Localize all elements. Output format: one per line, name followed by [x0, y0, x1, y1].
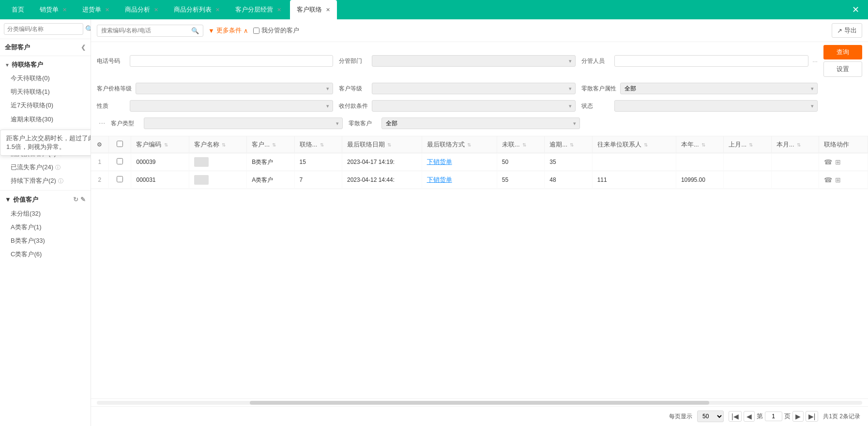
- per-page-select[interactable]: 50 100: [697, 411, 724, 422]
- dept-select[interactable]: [372, 55, 575, 67]
- status-cell: 状态: [581, 100, 818, 112]
- retail-customer-select[interactable]: 全部: [381, 118, 580, 129]
- settings-button[interactable]: 设置: [823, 61, 862, 77]
- filter-row-3: 性质 收付款条件 状态: [97, 97, 862, 115]
- pending-group-title[interactable]: ▼ 待联络客户: [0, 58, 91, 72]
- refresh-icon[interactable]: ↻: [73, 196, 78, 203]
- row-checkbox-2[interactable]: [117, 176, 123, 182]
- edit-icon[interactable]: ✎: [80, 196, 86, 203]
- sort-this-month-icon[interactable]: ⇅: [797, 142, 801, 147]
- last-method-link-1[interactable]: 下销货单: [427, 158, 452, 165]
- close-customer-contact-icon[interactable]: ✕: [326, 0, 330, 19]
- table-col-gear[interactable]: ⚙: [91, 136, 108, 153]
- prev-page-button[interactable]: ◀: [744, 411, 755, 422]
- row-checkbox-1[interactable]: [117, 158, 123, 164]
- scrollbar-thumb[interactable]: [250, 401, 709, 405]
- retail-attr-select[interactable]: 全部: [620, 83, 818, 94]
- phone-input[interactable]: [130, 55, 333, 67]
- last-method-link-2[interactable]: 下销货单: [427, 176, 452, 183]
- horizontal-scrollbar[interactable]: [97, 401, 862, 405]
- sort-type-icon[interactable]: ⇅: [272, 142, 276, 147]
- sort-last-method-icon[interactable]: ⇅: [467, 142, 471, 147]
- sort-uncontact-icon[interactable]: ⇅: [522, 142, 526, 147]
- row-last-method-2[interactable]: 下销货单: [422, 171, 497, 189]
- my-customers-checkbox-wrap[interactable]: 我分管的客户: [253, 26, 299, 35]
- status-label: 状态: [581, 102, 610, 110]
- nav-tab-analysis[interactable]: 商品分析 ✕: [118, 0, 165, 19]
- nav-tab-home[interactable]: 首页: [5, 0, 31, 19]
- action-more-icon-2[interactable]: ⊞: [835, 176, 841, 184]
- sidebar-item-already-lost[interactable]: 已流失客户(24) ⓘ: [0, 161, 91, 174]
- status-select[interactable]: [614, 100, 818, 112]
- close-analysis-list-icon[interactable]: ✕: [215, 0, 220, 19]
- sort-last-date-icon[interactable]: ⇅: [387, 142, 391, 147]
- sort-overdue-icon[interactable]: ⇅: [570, 142, 574, 147]
- sort-contact-icon[interactable]: ⇅: [320, 142, 324, 147]
- action-phone-icon-1[interactable]: ☎: [824, 158, 832, 166]
- sidebar-search-input[interactable]: [4, 23, 83, 35]
- page-input[interactable]: [765, 411, 782, 421]
- sidebar-collapse-icon[interactable]: ❮: [81, 44, 86, 51]
- sidebar-item-7days[interactable]: 近7天待联络(0): [0, 99, 91, 112]
- next-page-button[interactable]: ▶: [792, 411, 804, 422]
- more-conditions-button[interactable]: ▼ 更多条件 ∧: [208, 26, 248, 35]
- sidebar-item-today[interactable]: 今天待联络(0): [0, 72, 91, 85]
- sort-name-icon[interactable]: ⇅: [222, 142, 226, 147]
- nav-tab-customer-contact[interactable]: 客户联络 ✕: [290, 0, 337, 19]
- export-button[interactable]: ↗ 导出: [832, 23, 862, 38]
- all-customers-section: 全部客户 ❮: [0, 39, 91, 56]
- customer-avatar-2: [194, 175, 209, 185]
- last-page-button[interactable]: ▶|: [806, 411, 819, 422]
- nav-tab-sales[interactable]: 销货单 ✕: [33, 0, 74, 19]
- table-col-name: 客户名称 ⇅: [189, 136, 246, 153]
- row-last-method-1[interactable]: 下销货单: [422, 153, 497, 171]
- gender-select[interactable]: [130, 100, 333, 112]
- query-button[interactable]: 查询: [823, 45, 862, 59]
- search-input[interactable]: [101, 27, 188, 34]
- sidebar-item-a-type[interactable]: A类客户(1): [0, 220, 91, 234]
- sort-contacts-icon[interactable]: ⇅: [644, 142, 648, 147]
- person-input[interactable]: [614, 55, 808, 67]
- close-analysis-icon[interactable]: ✕: [154, 0, 158, 19]
- person-more-icon[interactable]: ···: [812, 58, 818, 65]
- close-customer-tier-icon[interactable]: ✕: [277, 0, 281, 19]
- payment-select[interactable]: [372, 100, 575, 112]
- close-sales-icon[interactable]: ✕: [62, 0, 67, 19]
- person-cell: 分管人员 ···: [581, 55, 818, 67]
- sidebar-item-declining[interactable]: 持续下滑客户(2) ⓘ: [0, 174, 91, 188]
- nav-tab-analysis-list[interactable]: 商品分析列表 ✕: [167, 0, 227, 19]
- sidebar-item-ungrouped[interactable]: 未分组(32): [0, 207, 91, 220]
- sidebar-item-c-type[interactable]: C类客户(6): [0, 248, 91, 261]
- customer-type-select[interactable]: [144, 118, 343, 129]
- sort-last-month-icon[interactable]: ⇅: [749, 142, 753, 147]
- search-icon[interactable]: 🔍: [191, 27, 199, 34]
- price-level-select[interactable]: [136, 83, 333, 94]
- sidebar-item-tomorrow[interactable]: 明天待联络(1): [0, 85, 91, 99]
- nav-tab-purchase[interactable]: 进货单 ✕: [76, 0, 116, 19]
- sort-this-year-icon[interactable]: ⇅: [701, 142, 705, 147]
- customer-type-select-wrap: [144, 118, 343, 129]
- all-customers-label: 全部客户: [5, 43, 30, 52]
- sidebar-item-b-type[interactable]: B类客户(33): [0, 234, 91, 248]
- table-col-check[interactable]: [108, 136, 131, 153]
- nav-tab-customer-tier[interactable]: 客户分层经营 ✕: [228, 0, 288, 19]
- window-close-button[interactable]: ✕: [848, 4, 863, 15]
- sort-code-icon[interactable]: ⇅: [164, 142, 168, 147]
- row-check-2[interactable]: [108, 171, 131, 189]
- row-check-1[interactable]: [108, 153, 131, 171]
- value-group-title[interactable]: ▼ 价值客户 ↻ ✎: [0, 192, 91, 207]
- table-row: 1 000039 B类客户 15 2023-04-17 14:19: 下销货单: [91, 153, 868, 171]
- customer-level-select[interactable]: [372, 83, 575, 94]
- table-col-this-year: 本年... ⇅: [676, 136, 723, 153]
- action-phone-icon-2[interactable]: ☎: [824, 176, 832, 184]
- my-customers-checkbox[interactable]: [253, 28, 259, 34]
- gender-label: 性质: [97, 102, 126, 110]
- select-all-checkbox[interactable]: [117, 141, 123, 147]
- close-purchase-icon[interactable]: ✕: [105, 0, 109, 19]
- sidebar-item-overdue[interactable]: 逾期未联络(30): [0, 113, 91, 126]
- first-page-button[interactable]: |◀: [729, 411, 742, 422]
- action-more-icon-1[interactable]: ⊞: [835, 158, 841, 166]
- value-group-icons: ↻ ✎: [73, 196, 86, 203]
- more-options-button[interactable]: ···: [99, 119, 105, 128]
- sidebar-search-icon[interactable]: 🔍: [85, 25, 91, 33]
